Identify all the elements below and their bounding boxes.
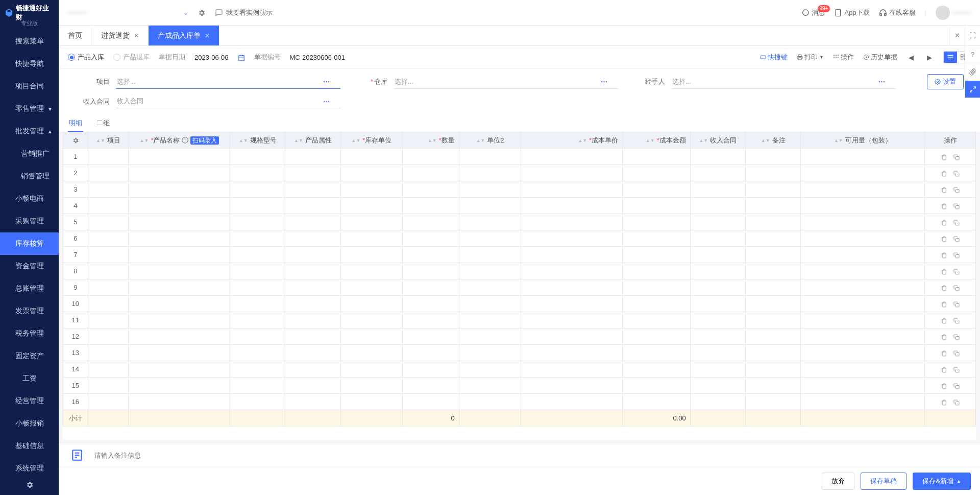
sidebar-item[interactable]: 总账管理 [0, 277, 59, 300]
project-input[interactable]: 选择...⋯ [116, 75, 340, 89]
scan-entry-button[interactable]: 扫码录入 [190, 136, 219, 145]
delete-row-icon[interactable] [941, 333, 948, 340]
sidebar-item[interactable]: 销售管理 [0, 165, 59, 187]
history-button[interactable]: 历史单据 [863, 53, 897, 62]
delete-row-icon[interactable] [941, 202, 948, 209]
delete-row-icon[interactable] [941, 316, 948, 324]
chevron-down-icon[interactable]: ⌄ [183, 9, 188, 16]
copy-row-icon[interactable] [953, 284, 960, 291]
app-download-button[interactable]: App下载 [834, 8, 869, 17]
sidebar-item[interactable]: 经营管理 [0, 390, 59, 412]
tab[interactable]: 进货退货✕ [92, 26, 149, 45]
calendar-icon[interactable] [238, 53, 245, 61]
discard-button[interactable]: 放弃 [822, 473, 854, 490]
copy-row-icon[interactable] [953, 153, 960, 160]
delete-row-icon[interactable] [941, 365, 948, 373]
table-row[interactable]: 4 [63, 198, 976, 214]
th-gear[interactable] [63, 132, 88, 149]
copy-row-icon[interactable] [953, 365, 960, 373]
th-price[interactable]: ▲▼*成本单价 [521, 132, 623, 149]
th-unit2[interactable]: ▲▼单位2 [459, 132, 521, 149]
rail-attach-icon[interactable] [965, 63, 980, 81]
messages-button[interactable]: 消息 99+ [801, 8, 825, 17]
rail-help-icon[interactable]: ? [965, 46, 980, 63]
copy-row-icon[interactable] [953, 234, 960, 242]
th-remark[interactable]: ▲▼备注 [746, 132, 801, 149]
th-product[interactable]: ▲▼*产品名称 ⓘ 扫码录入 [129, 132, 230, 149]
rail-expand-icon[interactable] [965, 81, 980, 98]
copy-row-icon[interactable] [953, 333, 960, 340]
copy-row-icon[interactable] [953, 169, 960, 177]
th-spec[interactable]: ▲▼规格型号 [230, 132, 285, 149]
copy-row-icon[interactable] [953, 251, 960, 258]
delete-row-icon[interactable] [941, 169, 948, 177]
note-input[interactable] [94, 452, 971, 459]
delete-row-icon[interactable] [941, 267, 948, 275]
print-button[interactable]: 打印 ▼ [797, 53, 824, 62]
sidebar-item[interactable]: 税务管理 [0, 322, 59, 345]
th-qty[interactable]: ▲▼*数量 [403, 132, 459, 149]
note-icon[interactable] [68, 449, 86, 462]
tab[interactable]: 产成品入库单✕ [149, 26, 219, 45]
sidebar-item[interactable]: 项目合同 [0, 75, 59, 98]
copy-row-icon[interactable] [953, 267, 960, 275]
operations-button[interactable]: 操作 [833, 53, 854, 62]
table-row[interactable]: 7 [63, 247, 976, 263]
sidebar-item[interactable]: 零售管理▼ [0, 98, 59, 120]
copy-row-icon[interactable] [953, 382, 960, 389]
date-value[interactable]: 2023-06-06 [194, 54, 229, 61]
income-input[interactable]: 收入合同⋯ [116, 95, 340, 108]
radio-product-in[interactable]: 产品入库 [68, 53, 104, 62]
sidebar-item[interactable]: 小畅报销 [0, 412, 59, 435]
copy-row-icon[interactable] [953, 316, 960, 324]
table-row[interactable]: 13 [63, 345, 976, 361]
handler-input[interactable]: 选择...⋯ [671, 75, 896, 89]
gear-icon[interactable] [198, 8, 206, 17]
tab[interactable]: 首页 [59, 26, 92, 45]
sidebar-item[interactable]: 快捷导航 [0, 53, 59, 75]
sidebar-item[interactable]: 库存核算 [0, 232, 59, 255]
more-icon[interactable]: ⋯ [323, 78, 330, 85]
sidebar-item[interactable]: 资金管理 [0, 255, 59, 277]
user-menu[interactable]: ——— [936, 6, 972, 20]
close-icon[interactable]: ✕ [205, 32, 210, 39]
tab-close-all[interactable]: ✕ [949, 26, 965, 45]
support-button[interactable]: 在线客服 [879, 8, 916, 17]
company-selector[interactable]: ——— [67, 9, 174, 16]
copy-row-icon[interactable] [953, 218, 960, 226]
sidebar-item[interactable]: 基础信息 [0, 435, 59, 457]
delete-row-icon[interactable] [941, 153, 948, 160]
sidebar-item[interactable]: 批发管理▲ [0, 120, 59, 143]
more-icon[interactable]: ⋯ [323, 98, 330, 105]
sidebar-item[interactable]: 采购管理 [0, 210, 59, 232]
save-draft-button[interactable]: 保存草稿 [861, 473, 906, 490]
sidebar-item[interactable]: 工资 [0, 367, 59, 390]
th-project[interactable]: ▲▼项目 [88, 132, 129, 149]
sidebar-item[interactable]: 营销推广 [0, 143, 59, 165]
subtab-detail[interactable]: 明细 [68, 115, 83, 132]
demo-link[interactable]: 我要看实例演示 [215, 8, 273, 17]
th-unit[interactable]: ▲▼*库存单位 [340, 132, 403, 149]
settings-button[interactable]: 设置 [927, 74, 964, 89]
delete-row-icon[interactable] [941, 349, 948, 357]
delete-row-icon[interactable] [941, 218, 948, 226]
table-row[interactable]: 16 [63, 394, 976, 410]
table-row[interactable]: 12 [63, 328, 976, 345]
table-row[interactable]: 5 [63, 214, 976, 230]
delete-row-icon[interactable] [941, 398, 948, 406]
hotkey-link[interactable]: 快捷键 [760, 53, 788, 62]
copy-row-icon[interactable] [953, 202, 960, 209]
more-icon[interactable]: ⋯ [878, 78, 886, 85]
warehouse-input[interactable]: 选择...⋯ [394, 75, 618, 89]
sidebar-settings[interactable] [0, 475, 59, 495]
table-row[interactable]: 2 [63, 165, 976, 181]
th-attr[interactable]: ▲▼产品属性 [285, 132, 340, 149]
sidebar-item[interactable]: 小畅电商 [0, 187, 59, 210]
sidebar-item[interactable]: 固定资产 [0, 345, 59, 367]
close-icon[interactable]: ✕ [134, 32, 139, 39]
th-amount[interactable]: ▲▼*成本金额 [623, 132, 691, 149]
delete-row-icon[interactable] [941, 382, 948, 389]
table-row[interactable]: 3 [63, 181, 976, 198]
delete-row-icon[interactable] [941, 251, 948, 258]
copy-row-icon[interactable] [953, 300, 960, 308]
